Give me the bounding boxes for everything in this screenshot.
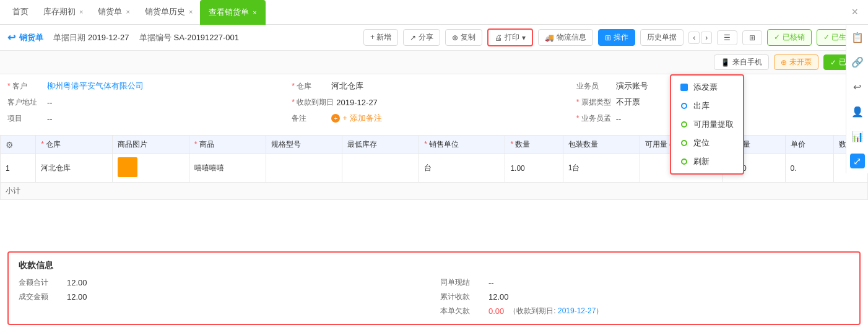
sold-button[interactable]: ✓ 已核销 — [767, 29, 811, 46]
verify-icon: ✓ — [830, 58, 836, 67]
address-label: 客户地址 — [7, 97, 45, 108]
project-label: 项目 — [7, 113, 45, 124]
ticket-type-label: 票据类型 — [576, 97, 614, 108]
ops-add-invoice[interactable]: 添发票 — [671, 78, 743, 97]
tab-inventory-init[interactable]: 库存期初 × — [36, 0, 90, 25]
not-open-button[interactable]: ⊕ 未开票 — [774, 54, 818, 70]
doc-type: ↩ 销货单 — [7, 32, 43, 43]
location-icon — [680, 139, 688, 147]
copy-button[interactable]: ⊕ 复制 — [445, 29, 482, 46]
salesperson-value: -- — [616, 114, 622, 123]
col-price: 单价 — [785, 136, 833, 154]
window-close-button[interactable]: × — [846, 6, 863, 18]
logistics-button[interactable]: 🚚 物流信息 — [538, 29, 593, 46]
from-phone-button[interactable]: 📱 来自手机 — [714, 54, 769, 70]
doc-date-label: 单据日期 — [53, 32, 85, 43]
view-toggle-grid[interactable]: ⊞ — [742, 30, 762, 45]
cell-product: 嘻嘻嘻嘻 — [189, 154, 266, 183]
doc-number-label: 单据编号 — [139, 32, 171, 43]
col-min-stock: 最低库存 — [342, 136, 419, 154]
same-order-row: 同单现结 -- — [440, 277, 849, 288]
tab-bar: 首页 库存期初 × 销货单 × 销货单历史 × 查看销货单 × × — [0, 0, 868, 25]
sidebar-icon-link[interactable]: 🔗 — [850, 54, 865, 69]
new-button[interactable]: + 新增 — [363, 29, 398, 46]
warehouse-value: 河北仓库 — [331, 80, 363, 92]
ticket-icon: ⊕ — [781, 58, 787, 67]
cell-min-stock — [342, 154, 419, 183]
product-image — [118, 157, 137, 177]
payment-title: 收款信息 — [19, 260, 849, 271]
sidebar-icon-expand[interactable]: ⤢ — [850, 154, 865, 168]
prev-button[interactable]: ‹ — [688, 32, 700, 44]
history-button[interactable]: 历史单据 — [640, 29, 684, 46]
due-date-label: 收款到期日 — [292, 97, 334, 108]
project-value: -- — [47, 114, 53, 123]
address-field: 客户地址 -- — [7, 97, 292, 108]
sidebar-icon-clipboard[interactable]: 📋 — [850, 30, 865, 45]
logistics-icon: 🚚 — [545, 33, 554, 42]
ops-out-warehouse[interactable]: 出库 — [671, 97, 743, 115]
col-warehouse: 仓库 — [36, 136, 113, 154]
sidebar-icon-chart[interactable]: 📊 — [850, 129, 865, 144]
ops-icon: ⊞ — [605, 33, 611, 42]
staff-value: 演示账号 — [616, 80, 648, 92]
subtotal-row: 小计 — [1, 183, 868, 200]
owed-note: （收款到期日: 2019-12-27） — [509, 306, 603, 316]
sidebar-icon-return[interactable]: ↩ — [850, 79, 865, 94]
cumulative-row: 累计收款 12.00 — [440, 292, 849, 302]
same-order-label: 同单现结 — [440, 277, 484, 288]
owed-due-date: 2019-12-27 — [558, 306, 596, 315]
customer-field: 客户 柳州粤港平安气体有限公司 — [7, 80, 292, 92]
project-field: 项目 -- — [7, 113, 292, 124]
tab-sales-history[interactable]: 销货单历史 × — [137, 0, 200, 25]
doc-type-label: 销货单 — [19, 32, 43, 43]
payment-info: 收款信息 金额合计 12.00 同单现结 -- 成交金额 12.00 累计收款 … — [7, 251, 861, 325]
add-note-button[interactable]: + + 添加备注 — [331, 113, 381, 124]
sidebar-icon-user[interactable]: 👤 — [850, 104, 865, 119]
address-value: -- — [47, 98, 53, 107]
add-invoice-icon — [680, 83, 688, 92]
tab-view-sales[interactable]: 查看销货单 × — [200, 0, 265, 25]
doc-number-value: SA-20191227-001 — [174, 33, 240, 42]
tab-close-view[interactable]: × — [253, 9, 256, 16]
out-warehouse-icon — [680, 102, 688, 110]
amount-value: 12.00 — [67, 278, 87, 287]
refresh-icon — [680, 157, 688, 166]
print-button[interactable]: 🖨 打印 ▾ — [487, 28, 533, 46]
cell-qty: 1.00 — [505, 154, 563, 183]
tab-close-sales[interactable]: × — [126, 8, 129, 15]
doc-date-field: 单据日期 2019-12-27 — [53, 32, 129, 43]
col-image: 商品图片 — [112, 136, 189, 154]
ops-available-qty[interactable]: 可用量提取 — [671, 115, 743, 134]
payment-grid: 金额合计 12.00 同单现结 -- 成交金额 12.00 累计收款 12.00 — [19, 277, 849, 316]
add-note-icon: + — [331, 114, 340, 123]
tab-sales-order[interactable]: 销货单 × — [90, 0, 137, 25]
toolbar-actions: + 新增 ↗ 分享 ⊕ 复制 🖨 打印 ▾ 🚚 物流信息 — [363, 28, 861, 46]
ops-refresh[interactable]: 刷新 — [671, 152, 743, 171]
share-icon: ↗ — [410, 33, 416, 42]
view-toggle-list[interactable]: ☰ — [717, 30, 737, 45]
customer-value[interactable]: 柳州粤港平安气体有限公司 — [47, 80, 144, 92]
col-product: 商品 — [189, 136, 266, 154]
ops-location[interactable]: 定位 — [671, 134, 743, 152]
share-button[interactable]: ↗ 分享 — [403, 29, 440, 46]
cell-price: 0. — [785, 154, 833, 183]
tab-close-inventory[interactable]: × — [79, 8, 83, 15]
col-unit: 销售单位 — [419, 136, 505, 154]
col-pack-qty: 包装数量 — [563, 136, 640, 154]
warehouse-field: 仓库 河北仓库 — [292, 80, 576, 92]
col-settings[interactable]: ⚙ — [1, 136, 36, 154]
deal-amount-value: 12.00 — [67, 292, 87, 302]
due-date-value: 2019-12-27 — [336, 98, 378, 107]
due-date-field: 收款到期日 2019-12-27 — [292, 97, 576, 108]
owed-value: 0.00 — [488, 306, 504, 316]
tab-home[interactable]: 首页 — [5, 0, 36, 25]
ops-button[interactable]: ⊞ 操作 — [598, 29, 635, 46]
tab-close-history[interactable]: × — [189, 8, 193, 15]
next-button[interactable]: › — [701, 32, 712, 44]
staff-label: 业务员 — [576, 81, 614, 92]
ops-dropdown: 添发票 出库 可用量提取 定位 刷新 — [670, 74, 744, 175]
cumulative-label: 累计收款 — [440, 292, 484, 302]
print-icon: 🖨 — [495, 33, 502, 42]
dropdown-arrow: ▾ — [522, 33, 526, 42]
